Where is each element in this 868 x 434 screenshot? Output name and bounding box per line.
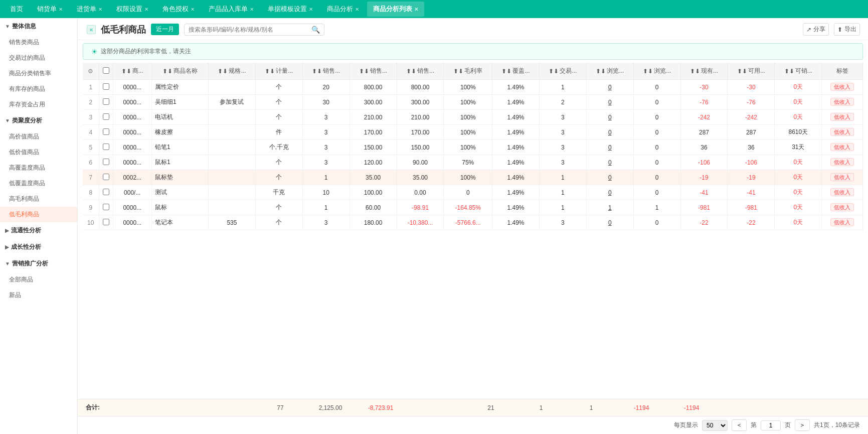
sidebar-group-clustering[interactable]: ▼ 类聚度分析	[0, 112, 77, 129]
cell-checkbox[interactable]	[99, 170, 113, 185]
sidebar-group-circulation[interactable]: ▶ 流通性分析	[0, 222, 77, 239]
page-number-input[interactable]	[761, 420, 781, 430]
cell-available: -106	[728, 155, 775, 170]
nav-home[interactable]: 首页	[4, 2, 29, 17]
share-btn[interactable]: ↗ 分享	[803, 23, 829, 36]
export-btn[interactable]: ⬆ 导出	[834, 23, 860, 36]
cell-browse2: 0	[633, 125, 680, 140]
cell-spec	[208, 170, 255, 185]
table-wrapper: ⚙ ⬆⬇ 商... ⬆⬇ 商品名称 ⬆⬇ 规格... ⬆⬇ 计量... ⬆⬇ 销…	[78, 63, 868, 399]
cell-checkbox[interactable]	[99, 155, 113, 170]
prev-page-btn[interactable]: ＜	[732, 419, 747, 431]
cell-gross-rate: 75%	[444, 155, 492, 170]
nav-close-template[interactable]: ✕	[309, 7, 313, 12]
sidebar-item-all-goods[interactable]: 全部商品	[0, 272, 77, 287]
cell-browse1[interactable]: 0	[586, 125, 633, 140]
sidebar-item-sales-goods[interactable]: 销售类商品	[0, 35, 77, 50]
cell-checkbox[interactable]	[99, 215, 113, 230]
table-body: 1 0000... 属性定价 个 20 800.00 800.00 100% 1…	[83, 80, 863, 230]
table-row: 6 0000... 鼠标1 个 3 120.00 90.00 75% 1.49%…	[83, 155, 863, 170]
row-checkbox[interactable]	[103, 98, 109, 105]
nav-product-analysis[interactable]: 商品分析 ✕	[321, 2, 365, 17]
nav-permissions[interactable]: 权限设置 ✕	[110, 2, 154, 17]
select-all-checkbox[interactable]	[103, 67, 109, 74]
row-checkbox[interactable]	[103, 159, 109, 165]
col-settings[interactable]: ⚙	[83, 63, 99, 80]
row-checkbox[interactable]	[103, 189, 109, 195]
cell-unit: 个,千克	[255, 140, 302, 155]
cell-browse1[interactable]: 1	[586, 200, 633, 215]
nav-close-product-entry[interactable]: ✕	[250, 7, 254, 12]
cell-browse1[interactable]: 0	[586, 185, 633, 200]
search-input[interactable]	[189, 26, 311, 33]
sidebar-item-high-margin[interactable]: 高毛利商品	[0, 191, 77, 207]
cell-checkbox[interactable]	[99, 200, 113, 215]
row-checkbox[interactable]	[103, 219, 109, 225]
footer-sales-price: 2,125.00	[310, 404, 351, 411]
cell-available: -22	[728, 215, 775, 230]
cell-browse1[interactable]: 0	[586, 140, 633, 155]
cell-checkbox[interactable]	[99, 95, 113, 110]
nav-sales-order[interactable]: 销货单 ✕	[31, 2, 69, 17]
col-checkbox[interactable]	[99, 63, 113, 80]
nav-close-permissions[interactable]: ✕	[144, 7, 148, 12]
cell-available: -19	[728, 170, 775, 185]
nav-close-sales-order[interactable]: ✕	[59, 7, 63, 12]
sidebar-item-capital-usage[interactable]: 库存资金占用	[0, 97, 77, 112]
sidebar-group-growth[interactable]: ▶ 成长性分析	[0, 239, 77, 255]
row-checkbox[interactable]	[103, 174, 109, 180]
sidebar-group-marketing[interactable]: ▼ 营销推广分析	[0, 255, 77, 272]
search-icon[interactable]: 🔍	[311, 26, 320, 34]
col-available: ⬆⬇ 可用...	[728, 63, 775, 80]
nav-close-product-analysis[interactable]: ✕	[355, 7, 359, 12]
row-checkbox[interactable]	[103, 143, 109, 150]
per-page-select[interactable]: 50 20 100	[702, 420, 728, 431]
nav-role-auth[interactable]: 角色授权 ✕	[156, 2, 201, 17]
nav-purchase-order[interactable]: 进货单 ✕	[71, 2, 108, 17]
cell-sales-profit: 35.00	[397, 170, 444, 185]
nav-analysis-list[interactable]: 商品分析列表 ✕	[367, 2, 424, 17]
cell-browse1[interactable]: 0	[586, 215, 633, 230]
row-checkbox[interactable]	[103, 204, 109, 210]
nav-close-role-auth[interactable]: ✕	[191, 7, 195, 12]
cell-checkbox[interactable]	[99, 125, 113, 140]
nav-product-entry[interactable]: 产品品入库单 ✕	[203, 2, 260, 17]
row-checkbox[interactable]	[103, 128, 109, 135]
cell-name: 测试	[152, 185, 209, 200]
cell-num: 4	[83, 125, 99, 140]
cell-sales-price: 150.00	[350, 140, 397, 155]
sidebar-item-low-margin[interactable]: 低毛利商品	[0, 207, 77, 222]
sidebar-item-category-sales-rate[interactable]: 商品分类销售率	[0, 66, 77, 81]
sidebar-group-overall[interactable]: ▼ 整体信息	[0, 18, 77, 35]
cell-code: 0000...	[113, 80, 152, 95]
cell-browse1[interactable]: 0	[586, 80, 633, 95]
settings-gear-icon[interactable]: ⚙	[88, 68, 93, 75]
nav-close-analysis-list[interactable]: ✕	[414, 7, 418, 12]
sidebar-item-new-goods[interactable]: 新品	[0, 287, 77, 303]
cell-checkbox[interactable]	[99, 185, 113, 200]
cell-browse1[interactable]: 0	[586, 110, 633, 125]
cell-browse1[interactable]: 0	[586, 155, 633, 170]
cell-checkbox[interactable]	[99, 140, 113, 155]
cell-code: 0002...	[113, 170, 152, 185]
sidebar-item-high-value[interactable]: 高价值商品	[0, 129, 77, 144]
sidebar-item-stocked-goods[interactable]: 有库存的商品	[0, 81, 77, 97]
cell-sales-qty: 1	[302, 170, 350, 185]
cell-unit: 件	[255, 125, 302, 140]
cell-checkbox[interactable]	[99, 80, 113, 95]
sidebar-collapse-btn[interactable]: «	[87, 25, 96, 34]
col-gross-rate: ⬆⬇ 毛利率	[444, 63, 492, 80]
sidebar-item-low-coverage[interactable]: 低覆盖度商品	[0, 176, 77, 191]
filter-recent-month-btn[interactable]: 近一月	[151, 24, 179, 35]
row-checkbox[interactable]	[103, 83, 109, 90]
row-checkbox[interactable]	[103, 113, 109, 120]
sidebar-item-low-value[interactable]: 低价值商品	[0, 144, 77, 160]
next-page-btn[interactable]: ＞	[795, 419, 810, 431]
sidebar-item-high-coverage[interactable]: 高覆盖度商品	[0, 160, 77, 176]
cell-checkbox[interactable]	[99, 110, 113, 125]
cell-browse1[interactable]: 0	[586, 170, 633, 185]
nav-close-purchase-order[interactable]: ✕	[98, 7, 102, 12]
nav-template-settings[interactable]: 单据模板设置 ✕	[262, 2, 319, 17]
sidebar-item-traded-goods[interactable]: 交易过的商品	[0, 50, 77, 66]
cell-browse1[interactable]: 0	[586, 95, 633, 110]
